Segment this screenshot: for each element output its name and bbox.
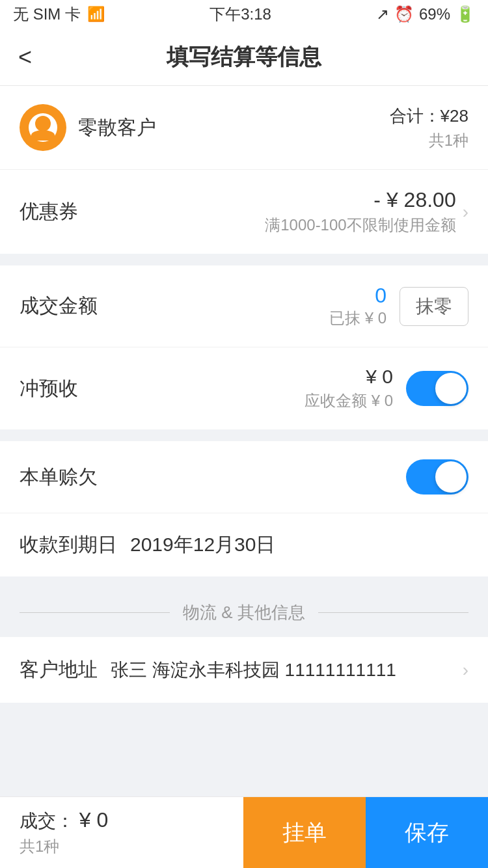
precollect-label: 冲预收 bbox=[20, 375, 78, 402]
coupon-info: - ¥ 28.00 满1000-100不限制使用金额 bbox=[265, 188, 455, 236]
address-section: 客户地址 张三 海淀永丰科技园 11111111111 › bbox=[0, 637, 488, 703]
address-chevron-icon: › bbox=[463, 660, 468, 681]
logistics-line-right bbox=[318, 612, 468, 613]
duedate-row: 收款到期日 2019年12月30日 bbox=[0, 513, 488, 576]
main-content: 零散客户 合计：¥28 共1种 优惠券 - ¥ 28.00 满1000-100不… bbox=[0, 86, 488, 793]
debt-toggle-knob bbox=[435, 461, 467, 493]
total-label: 合计：¥28 bbox=[390, 105, 468, 128]
address-value: 张三 海淀永丰科技园 11111111111 bbox=[111, 658, 463, 683]
footer-left: 成交： ¥ 0 共1种 bbox=[0, 808, 243, 857]
logistics-text: 物流 & 其他信息 bbox=[183, 601, 305, 624]
duedate-value: 2019年12月30日 bbox=[130, 532, 275, 558]
logistics-line-left bbox=[20, 612, 170, 613]
coupon-desc: 满1000-100不限制使用金额 bbox=[265, 215, 455, 236]
coupon-label: 优惠券 bbox=[20, 198, 78, 225]
transaction-right: 0 已抹 ¥ 0 抹零 bbox=[329, 284, 468, 329]
debt-label: 本单赊欠 bbox=[20, 464, 98, 491]
status-bar: 无 SIM 卡 📶 下午3:18 ↗ ⏰ 69% 🔋 bbox=[0, 0, 488, 29]
page-title: 填写结算等信息 bbox=[167, 42, 321, 72]
footer-deal-label: 成交： bbox=[20, 811, 74, 831]
transaction-section: 成交金额 0 已抹 ¥ 0 抹零 冲预收 ¥ 0 应收金额 ¥ 0 bbox=[0, 265, 488, 429]
rounding-button[interactable]: 抹零 bbox=[400, 287, 468, 326]
avatar-inner bbox=[29, 113, 57, 142]
duedate-label: 收款到期日 bbox=[20, 532, 117, 558]
location-icon: ↗ bbox=[376, 5, 389, 23]
customer-section: 零散客户 合计：¥28 共1种 优惠券 - ¥ 28.00 满1000-100不… bbox=[0, 86, 488, 254]
wifi-icon: 📶 bbox=[87, 6, 105, 23]
carrier-text: 无 SIM 卡 bbox=[13, 4, 81, 25]
precollect-right: ¥ 0 应收金额 ¥ 0 bbox=[305, 366, 468, 411]
footer-deal-row: 成交： ¥ 0 bbox=[20, 808, 224, 834]
save-button[interactable]: 保存 bbox=[366, 797, 488, 869]
coupon-row[interactable]: 优惠券 - ¥ 28.00 满1000-100不限制使用金额 › bbox=[0, 169, 488, 254]
battery-text: 69% bbox=[419, 5, 450, 23]
precollect-toggle[interactable] bbox=[406, 371, 468, 406]
total-count: 共1种 bbox=[390, 130, 468, 151]
coupon-chevron-icon: › bbox=[463, 202, 468, 223]
address-row[interactable]: 客户地址 张三 海淀永丰科技园 11111111111 › bbox=[0, 637, 488, 703]
debt-row: 本单赊欠 bbox=[0, 441, 488, 513]
customer-name: 零散客户 bbox=[78, 115, 156, 141]
transaction-value: 0 bbox=[329, 284, 386, 308]
toggle-knob bbox=[435, 373, 467, 404]
transaction-col: 0 已抹 ¥ 0 bbox=[329, 284, 386, 329]
precollect-amounts: ¥ 0 应收金额 ¥ 0 bbox=[305, 366, 393, 411]
avatar bbox=[20, 104, 66, 151]
address-label: 客户地址 bbox=[20, 657, 98, 683]
nav-bar: < 填写结算等信息 bbox=[0, 29, 488, 86]
footer-deal-amount: ¥ 0 bbox=[79, 808, 108, 832]
precollect-receivable: 应收金额 ¥ 0 bbox=[305, 390, 393, 411]
coupon-discount: - ¥ 28.00 bbox=[265, 188, 455, 212]
customer-left: 零散客户 bbox=[20, 104, 156, 151]
debt-toggle[interactable] bbox=[406, 459, 468, 495]
precollect-amount: ¥ 0 bbox=[305, 366, 393, 388]
status-left: 无 SIM 卡 📶 bbox=[13, 4, 105, 25]
hold-button[interactable]: 挂单 bbox=[243, 797, 366, 869]
bottom-footer: 成交： ¥ 0 共1种 挂单 保存 bbox=[0, 796, 488, 868]
alarm-icon: ⏰ bbox=[394, 5, 414, 23]
status-time: 下午3:18 bbox=[210, 4, 271, 25]
debt-section: 本单赊欠 收款到期日 2019年12月30日 bbox=[0, 441, 488, 576]
battery-icon: 🔋 bbox=[455, 5, 475, 23]
precollect-row: 冲预收 ¥ 0 应收金额 ¥ 0 bbox=[0, 347, 488, 429]
customer-row: 零散客户 合计：¥28 共1种 bbox=[0, 86, 488, 169]
status-right: ↗ ⏰ 69% 🔋 bbox=[376, 5, 475, 23]
coupon-right: - ¥ 28.00 满1000-100不限制使用金额 › bbox=[265, 188, 468, 236]
footer-count: 共1种 bbox=[20, 836, 224, 857]
transaction-label: 成交金额 bbox=[20, 293, 98, 319]
logistics-header: 物流 & 其他信息 bbox=[0, 588, 488, 637]
back-button[interactable]: < bbox=[18, 44, 32, 71]
transaction-row: 成交金额 0 已抹 ¥ 0 抹零 bbox=[0, 265, 488, 347]
customer-right: 合计：¥28 共1种 bbox=[390, 105, 468, 151]
transaction-sub: 已抹 ¥ 0 bbox=[329, 308, 386, 329]
